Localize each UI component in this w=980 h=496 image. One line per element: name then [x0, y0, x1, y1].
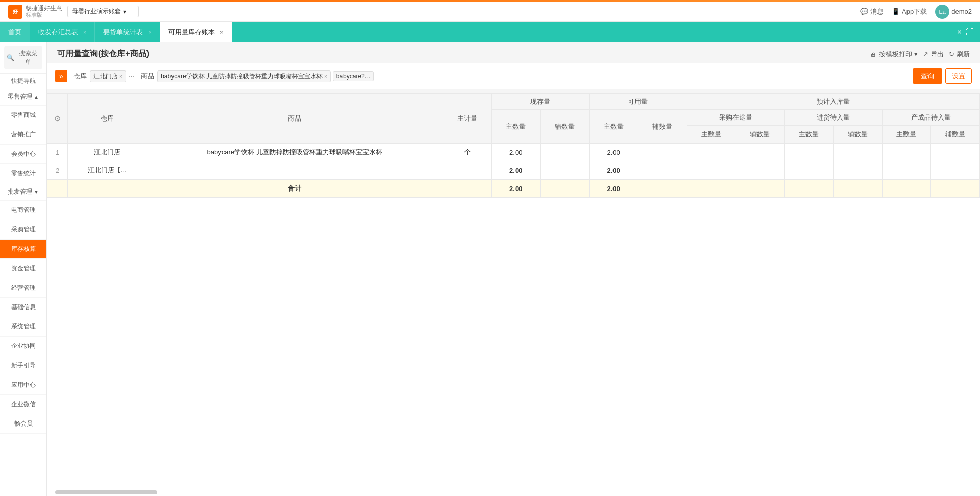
sidebar-item-inventory[interactable]: 库存核算 [0, 240, 46, 259]
user-name: demo2 [951, 8, 972, 15]
app-download-label: App下载 [902, 7, 927, 16]
warehouse-tag-label: 江北门店 [93, 72, 118, 81]
avail-main-qty-header: 主数量 [589, 110, 638, 144]
stock-group-header: 现存量 [492, 94, 589, 110]
row-avail-main-1: 2.00 [589, 144, 638, 161]
inventory-label: 库存核算 [11, 245, 36, 253]
nav-tabs: 首页 收发存汇总表 × 要货单统计表 × 可用量库存账本 × × ⛶ [0, 22, 980, 42]
refresh-btn[interactable]: ↻ 刷新 [949, 50, 970, 59]
row-warehouse-1: 江北门店 [68, 144, 146, 161]
nav-spacer [232, 22, 950, 42]
warehouse-tag-close-icon[interactable]: × [119, 74, 122, 79]
inbound-pending-main-header: 主数量 [785, 126, 834, 144]
sidebar-item-finance[interactable]: 资金管理 [0, 259, 46, 278]
sidebar-item-enterprise[interactable]: 企业协同 [0, 337, 46, 356]
product-tag-babycare2[interactable]: babycare?... [333, 71, 374, 81]
sidebar-item-wholesale-mgmt[interactable]: 批发管理 ▼ [0, 183, 46, 201]
row-stock-aux-2 [541, 161, 590, 180]
avail-aux-qty-header: 辅数量 [638, 110, 687, 144]
query-btn[interactable]: 查询 [913, 68, 942, 84]
user-area[interactable]: Ea demo2 [935, 5, 972, 19]
footer-avail-aux [638, 179, 687, 198]
app-download-btn[interactable]: 📱 App下载 [892, 7, 927, 16]
available-stock-table: ⚙ 仓库 商品 主计量 现存量 可用量 预计入库量 主数量 辅数量 主数量 辅数… [47, 93, 980, 198]
tab-order-stats[interactable]: 要货单统计表 × [95, 22, 160, 42]
row-product-1: babycare学饮杯 儿童防摔防撞吸管杯重力球吸嘴杯宝宝水杯 [146, 144, 443, 161]
col-settings-icon[interactable]: ⚙ [54, 114, 61, 123]
sidebar-item-retail-stats[interactable]: 零售统计 [0, 164, 46, 183]
footer-purchase-transit-aux [736, 179, 785, 198]
sidebar: 🔍 搜索菜单 快捷导航 零售管理 ▲ 零售商城 营销推广 会员中心 零售统计 [0, 42, 47, 496]
warehouse-tag-jingbei[interactable]: 江北门店 × [90, 70, 126, 82]
close-receive-summary-icon[interactable]: × [83, 29, 86, 35]
finance-label: 资金管理 [11, 264, 36, 273]
quick-nav-label[interactable]: 快捷导航 [0, 74, 46, 88]
sidebar-item-ecommerce[interactable]: 电商管理 [0, 201, 46, 220]
export-btn[interactable]: ↗ 导出 [923, 50, 944, 59]
footer-purchase-transit-main [687, 179, 736, 198]
product-tag-babycare[interactable]: babycare学饮杯 儿童防摔防撞吸管杯重力球吸嘴杯宝宝水杯 × [157, 70, 331, 82]
sidebar-item-purchase-mgmt[interactable]: 采购管理 [0, 220, 46, 240]
row-avail-main-2: 2.00 [589, 161, 638, 180]
row-unit-2 [443, 161, 492, 180]
sidebar-item-member[interactable]: 畅会员 [0, 414, 46, 434]
row-inbound-pending-aux-1 [833, 144, 882, 161]
sidebar-item-app-center[interactable]: 应用中心 [0, 375, 46, 395]
table-row: 1 江北门店 babycare学饮杯 儿童防摔防撞吸管杯重力球吸嘴杯宝宝水杯 个… [47, 144, 980, 161]
purchase-transit-group-header: 采购在途量 [687, 110, 785, 126]
footer-spacer-1 [47, 179, 68, 198]
brand-selector[interactable]: 母婴行业演示账套 ▾ [67, 6, 139, 17]
close-order-stats-icon[interactable]: × [148, 29, 151, 35]
brand-name: 畅捷通好生意 标准版 [26, 5, 62, 19]
enterprise-label: 企业协同 [11, 342, 36, 350]
warehouse-more-icon[interactable]: ··· [128, 72, 135, 81]
search-menu-btn[interactable]: 🔍 搜索菜单 [4, 46, 42, 69]
row-prod-pending-main-1 [882, 144, 931, 161]
product-tag-close-icon[interactable]: × [324, 74, 327, 79]
tab-available-stock[interactable]: 可用量库存账本 × [160, 22, 232, 42]
refresh-label: 刷新 [957, 50, 970, 59]
row-prod-pending-aux-1 [931, 144, 980, 161]
row-stock-aux-1 [541, 144, 590, 161]
member-label: 畅会员 [14, 419, 33, 428]
horizontal-scrollbar-thumb[interactable] [55, 490, 157, 494]
sidebar-item-basic-info[interactable]: 基础信息 [0, 298, 46, 317]
page-actions: 🖨 按模板打印 ▾ ↗ 导出 ↻ 刷新 [870, 50, 970, 59]
sidebar-item-enterprise-wechat[interactable]: 企业微信 [0, 395, 46, 414]
table-footer-row: 合计 2.00 2.00 [47, 179, 980, 198]
table-group-header-row: ⚙ 仓库 商品 主计量 现存量 可用量 预计入库量 [47, 94, 980, 110]
message-btn[interactable]: 💬 消息 [860, 7, 884, 16]
warehouse-label: 仓库 [74, 72, 87, 81]
sidebar-item-operations[interactable]: 经营管理 [0, 278, 46, 298]
close-tab-btn[interactable]: × [957, 28, 962, 37]
footer-stock-aux [541, 179, 590, 198]
sidebar-item-retail-mgmt[interactable]: 零售管理 ▲ [0, 88, 46, 106]
settings-col-header: ⚙ [47, 94, 68, 144]
sidebar-item-new-guide[interactable]: 新手引导 [0, 356, 46, 375]
close-available-stock-icon[interactable]: × [220, 29, 223, 35]
planned-inbound-group-header: 预计入库量 [687, 94, 980, 110]
chevron-down-icon: ▾ [914, 50, 918, 58]
sidebar-item-member-center[interactable]: 会员中心 [0, 145, 46, 164]
top-bar-right: 💬 消息 📱 App下载 Ea demo2 [860, 5, 972, 19]
top-bar: 好 畅捷通好生意 标准版 母婴行业演示账套 ▾ 💬 消息 📱 App下载 Ea … [0, 2, 980, 22]
sidebar-item-system-mgmt[interactable]: 系统管理 [0, 317, 46, 337]
row-index-1: 1 [47, 144, 68, 161]
settings-btn[interactable]: 设置 [945, 68, 972, 84]
ecommerce-label: 电商管理 [11, 206, 36, 215]
footer-prod-pending-aux [931, 179, 980, 198]
row-avail-aux-2 [638, 161, 687, 180]
retail-mall-label: 零售商城 [11, 111, 36, 120]
bottom-scrollbar [47, 488, 980, 496]
tab-home[interactable]: 首页 [0, 22, 30, 42]
sidebar-item-retail-mall[interactable]: 零售商城 [0, 106, 46, 125]
print-btn[interactable]: 🖨 按模板打印 ▾ [870, 50, 918, 59]
search-menu-label: 搜索菜单 [16, 49, 40, 66]
footer-inbound-pending-main [785, 179, 834, 198]
table-wrapper: ⚙ 仓库 商品 主计量 现存量 可用量 预计入库量 主数量 辅数量 主数量 辅数… [47, 93, 980, 488]
sidebar-item-marketing[interactable]: 营销推广 [0, 125, 46, 145]
tab-receive-summary[interactable]: 收发存汇总表 × [30, 22, 95, 42]
filter-toggle-btn[interactable]: » [55, 70, 67, 82]
table-body: 1 江北门店 babycare学饮杯 儿童防摔防撞吸管杯重力球吸嘴杯宝宝水杯 个… [47, 144, 980, 180]
fullscreen-btn[interactable]: ⛶ [966, 28, 974, 37]
